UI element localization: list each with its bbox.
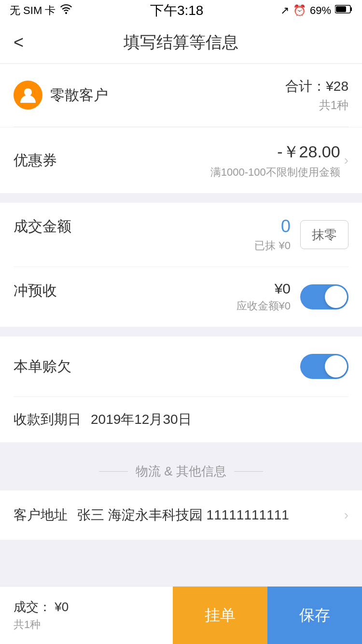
coupon-amount: -￥28.00 xyxy=(210,141,340,163)
transaction-row: 成交金额 0 已抹 ¥0 抹零 xyxy=(14,203,348,267)
customer-row: 零散客户 合计：¥28 共1种 xyxy=(14,64,348,127)
coupon-right: -￥28.00 满1000-100不限制使用金额 › xyxy=(210,141,348,180)
alarm-icon: ⏰ xyxy=(293,4,306,17)
status-right: ↗ ⏰ 69% xyxy=(280,4,352,17)
transaction-label: 成交金额 xyxy=(14,216,71,237)
transaction-right: 0 已抹 ¥0 抹零 xyxy=(254,216,348,253)
coupon-info: -￥28.00 满1000-100不限制使用金额 xyxy=(210,141,340,180)
coupon-section[interactable]: 优惠券 -￥28.00 满1000-100不限制使用金额 › xyxy=(0,127,362,193)
battery-icon xyxy=(335,4,352,17)
total-count: 共1种 xyxy=(285,98,348,113)
customer-total: 合计：¥28 共1种 xyxy=(285,77,348,113)
bottom-transaction-label: 成交： xyxy=(14,600,51,614)
logistics-divider-right xyxy=(234,471,263,472)
prepay-main: ¥0 xyxy=(237,280,291,297)
credit-section: 本单赊欠 收款到期日 2019年12月30日 xyxy=(0,336,362,442)
credit-toggle-knob xyxy=(325,355,347,378)
status-time: 下午3:18 xyxy=(150,1,204,20)
pending-button[interactable]: 挂单 xyxy=(173,587,267,644)
bottom-info: 成交： ¥0 共1种 xyxy=(0,599,173,632)
transaction-label-area: 成交金额 xyxy=(14,216,71,237)
location-icon: ↗ xyxy=(280,4,289,17)
customer-avatar xyxy=(14,81,42,110)
back-button[interactable]: < xyxy=(14,32,24,53)
transaction-amount-area: 0 已抹 ¥0 xyxy=(254,216,291,253)
duedate-label: 收款到期日 xyxy=(14,410,81,429)
sim-indicator: 无 SIM 卡 xyxy=(10,3,56,18)
status-bar: 无 SIM 卡 下午3:18 ↗ ⏰ 69% xyxy=(0,0,362,21)
transaction-section: 成交金额 0 已抹 ¥0 抹零 冲预收 ¥0 应收金额¥0 xyxy=(0,203,362,327)
coupon-row[interactable]: 优惠券 -￥28.00 满1000-100不限制使用金额 › xyxy=(14,127,348,193)
customer-name: 零散客户 xyxy=(50,85,108,105)
prepay-row: 冲预收 ¥0 应收金额¥0 xyxy=(14,267,348,327)
nav-bar: < 填写结算等信息 xyxy=(0,21,362,64)
section-divider-1 xyxy=(0,193,362,203)
section-divider-3 xyxy=(0,442,362,452)
address-label: 客户地址 xyxy=(14,506,68,524)
round-button[interactable]: 抹零 xyxy=(300,220,348,249)
section-divider-2 xyxy=(0,327,362,336)
bottom-bar: 成交： ¥0 共1种 挂单 保存 xyxy=(0,586,362,644)
prepay-sub: 应收金额¥0 xyxy=(237,299,291,313)
prepay-amounts: ¥0 应收金额¥0 xyxy=(237,280,291,313)
transaction-sub: 已抹 ¥0 xyxy=(254,238,291,253)
customer-section: 零散客户 合计：¥28 共1种 xyxy=(0,64,362,127)
bottom-transaction-value: ¥0 xyxy=(55,600,69,614)
prepay-right: ¥0 应收金额¥0 xyxy=(237,280,348,313)
credit-row: 本单赊欠 xyxy=(14,336,348,396)
logistics-divider-left xyxy=(99,471,128,472)
svg-rect-2 xyxy=(336,6,346,12)
credit-label: 本单赊欠 xyxy=(14,357,71,377)
coupon-label: 优惠券 xyxy=(14,151,57,170)
svg-point-3 xyxy=(24,88,32,96)
logistics-header: 物流 & 其他信息 xyxy=(0,452,362,490)
save-button[interactable]: 保存 xyxy=(267,587,362,644)
toggle-knob xyxy=(325,286,347,308)
duedate-row: 收款到期日 2019年12月30日 xyxy=(14,396,348,442)
prepay-toggle[interactable] xyxy=(300,284,348,309)
credit-toggle[interactable] xyxy=(300,354,348,379)
battery-percent: 69% xyxy=(310,4,331,17)
transaction-value[interactable]: 0 xyxy=(254,216,291,237)
address-value: 张三 海淀永丰科技园 11111111111 xyxy=(77,506,344,524)
status-left: 无 SIM 卡 xyxy=(10,3,73,18)
customer-info: 零散客户 xyxy=(14,81,108,110)
wifi-icon xyxy=(59,4,73,17)
chevron-right-icon: › xyxy=(344,153,348,168)
logistics-title: 物流 & 其他信息 xyxy=(136,463,226,480)
prepay-label: 冲预收 xyxy=(14,280,57,301)
total-amount: 合计：¥28 xyxy=(285,77,348,96)
svg-rect-1 xyxy=(350,7,352,11)
page-title: 填写结算等信息 xyxy=(124,31,238,54)
coupon-desc: 满1000-100不限制使用金额 xyxy=(210,165,340,180)
address-chevron-icon: › xyxy=(344,507,348,523)
bottom-count: 共1种 xyxy=(14,617,159,632)
bottom-transaction: 成交： ¥0 xyxy=(14,599,159,616)
duedate-value[interactable]: 2019年12月30日 xyxy=(91,410,192,429)
address-row[interactable]: 客户地址 张三 海淀永丰科技园 11111111111 › xyxy=(0,490,362,540)
